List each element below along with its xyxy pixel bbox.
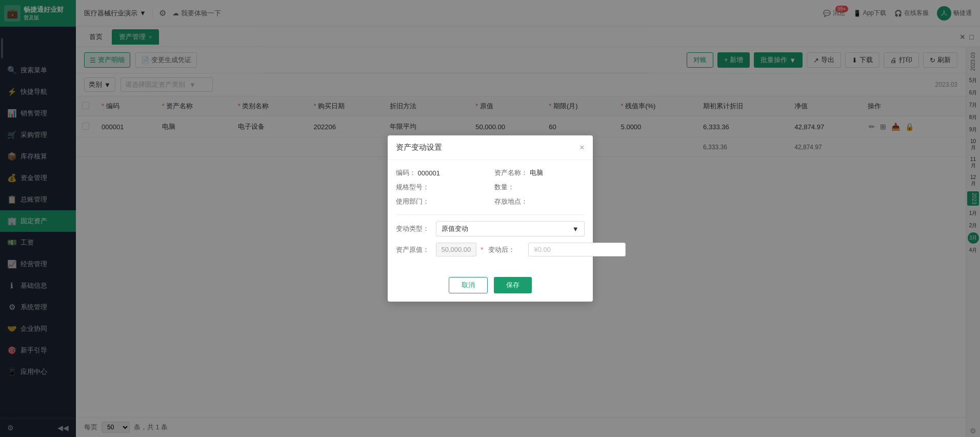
dialog-info-grid: 编码： 000001 资产名称： 电脑 规格型号： 数量： 使用部门： xyxy=(396,168,585,206)
dialog-header: 资产变动设置 × xyxy=(388,135,593,160)
dialog-code-item: 编码： 000001 xyxy=(396,168,486,177)
after-change-input[interactable] xyxy=(528,243,626,256)
dialog-overlay: 资产变动设置 × 编码： 000001 资产名称： 电脑 规格型号： 数量： xyxy=(0,0,980,437)
save-button[interactable]: 保存 xyxy=(494,277,532,293)
dialog-spec-item: 规格型号： xyxy=(396,183,486,192)
change-type-select[interactable]: 原值变动 ▼ xyxy=(436,221,585,236)
change-type-dropdown-icon: ▼ xyxy=(572,225,579,233)
dialog-asset-name-item: 资产名称： 电脑 xyxy=(494,168,585,177)
dialog-quantity-item: 数量： xyxy=(494,183,585,192)
dialog-close-button[interactable]: × xyxy=(579,143,584,152)
dialog-footer: 取消 保存 xyxy=(388,271,593,302)
original-value-display: 50,000.00 xyxy=(436,243,477,256)
dialog-body: 编码： 000001 资产名称： 电脑 规格型号： 数量： 使用部门： xyxy=(388,160,593,271)
dialog-dept-item: 使用部门： xyxy=(396,197,486,206)
cancel-button[interactable]: 取消 xyxy=(449,277,488,293)
dialog-asset-name-value: 电脑 xyxy=(530,168,543,177)
change-type-row: 变动类型： 原值变动 ▼ xyxy=(396,221,585,236)
dialog-code-value: 000001 xyxy=(418,169,440,177)
dialog-title: 资产变动设置 xyxy=(396,143,442,152)
dialog-location-item: 存放地点： xyxy=(494,197,585,206)
original-value-row: 资产原值： 50,000.00 * 变动后： xyxy=(396,243,585,256)
asset-change-dialog: 资产变动设置 × 编码： 000001 资产名称： 电脑 规格型号： 数量： xyxy=(388,135,593,302)
dialog-divider xyxy=(396,214,585,215)
